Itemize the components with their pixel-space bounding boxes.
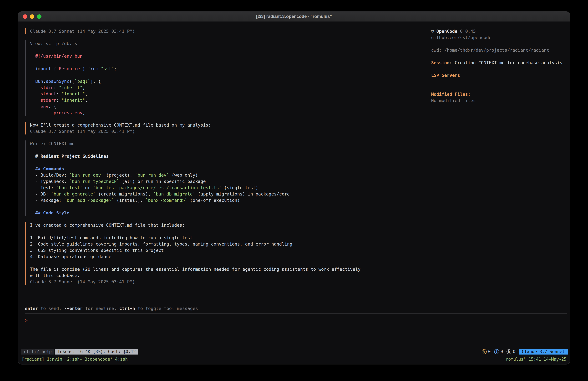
tool-call-block: View: script/db.ts#!/usr/bin/env bun imp… xyxy=(25,40,428,116)
message-content: Now I'll create a comprehensive CONTEXT.… xyxy=(30,122,428,134)
text-line: stderr: "inherit", xyxy=(35,97,428,103)
text-line: ## Code Style xyxy=(35,210,428,216)
diagnostic-warnings: W0 xyxy=(482,349,491,354)
tool-call-block: Write: CONTEXT.md# Radiant Project Guide… xyxy=(25,140,428,216)
text-line: Claude 3.7 Sonnet (14 May 2025 03:41 PM) xyxy=(30,128,428,134)
text-line: - Build/Dev: `bun run dev` (project), `b… xyxy=(35,172,428,178)
help-hint-chip: ctrl+? help xyxy=(21,349,54,355)
close-button[interactable] xyxy=(23,14,27,19)
text-line: # Radiant Project Guidelines xyxy=(35,153,428,159)
text-line: import { Resource } from "sst"; xyxy=(35,66,428,72)
text-line: - Package: `bun add <package>` (install)… xyxy=(35,197,428,203)
text-line: The file is concise (20 lines) and captu… xyxy=(30,266,428,272)
text-line: stdin: "inherit", xyxy=(35,85,428,91)
text-line: Bun.spawnSync([`psql`], { xyxy=(35,78,428,85)
prompt-input[interactable]: > xyxy=(18,314,570,348)
hint-count: 0 xyxy=(513,349,515,354)
text-line: with this codebase. xyxy=(30,272,428,279)
window-titlebar: [2/3] radiant:3:opencode - "romulus" xyxy=(18,12,570,22)
session-line: Session: Creating CONTEXT.md for codebas… xyxy=(431,60,564,66)
tmux-host-clock: "romulus" 15:41 14-May-25 xyxy=(503,357,566,362)
text-line xyxy=(35,203,428,210)
text-line: ## Commands xyxy=(35,166,428,172)
text-line xyxy=(35,72,428,78)
tool-call-title: View: script/db.ts xyxy=(30,40,428,47)
text-line xyxy=(35,59,428,66)
session-label: Session: xyxy=(431,60,452,65)
status-bar: ctrl+? help Tokens: 16.4K (8%), Cost: $0… xyxy=(18,348,570,356)
terminal-window: [2/3] radiant:3:opencode - "romulus" Cla… xyxy=(18,12,570,364)
text-line xyxy=(30,228,428,235)
text-line xyxy=(30,260,428,266)
text-line: #!/usr/bin/env bun xyxy=(35,53,428,59)
opencode-logo-icon: © xyxy=(431,29,437,34)
diagnostic-hints: h0 xyxy=(506,349,515,354)
message-content: I've created a comprehensive CONTEXT.md … xyxy=(30,222,428,285)
minimize-button[interactable] xyxy=(30,14,34,19)
assistant-message-block: Claude 3.7 Sonnet (14 May 2025 03:41 PM) xyxy=(25,28,428,34)
info-count: 0 xyxy=(501,349,503,354)
text-line: Claude 3.7 Sonnet (14 May 2025 03:41 PM) xyxy=(30,279,428,285)
keybind-help: enter to send, \+enter for newline, ctrl… xyxy=(18,304,570,313)
modified-files-label: Modified Files: xyxy=(431,91,564,97)
hint-icon: h xyxy=(506,349,511,354)
warning-count: 0 xyxy=(488,349,491,354)
text-line: - DB: `bun db generate` (create migratio… xyxy=(35,191,428,197)
main-area: Claude 3.7 Sonnet (14 May 2025 03:41 PM)… xyxy=(18,22,570,304)
text-line: I've created a comprehensive CONTEXT.md … xyxy=(30,222,428,228)
text-line: - TypeCheck: `bun run typecheck` (all) o… xyxy=(35,178,428,184)
tmux-status-bar: [radiant] 1:nvim 2:zsh- 3:opencode* 4:zs… xyxy=(18,356,570,364)
brand-line: © OpenCode 0.0.45 xyxy=(431,28,564,34)
window-title: [2/3] radiant:3:opencode - "romulus" xyxy=(256,14,332,19)
text-line: 3. CSS styling conventions specific to t… xyxy=(30,247,428,253)
chat-transcript: Claude 3.7 Sonnet (14 May 2025 03:41 PM)… xyxy=(18,22,431,304)
sidebar: © OpenCode 0.0.45 github.com/sst/opencod… xyxy=(431,22,570,304)
brand-name: OpenCode xyxy=(437,29,458,34)
assistant-message-block: I've created a comprehensive CONTEXT.md … xyxy=(25,222,428,285)
diagnostic-info: i0 xyxy=(494,349,503,354)
tool-call-title: Write: CONTEXT.md xyxy=(30,140,428,147)
traffic-lights xyxy=(23,12,42,22)
brand-version: 0.0.45 xyxy=(458,29,476,34)
repo-link: github.com/sst/opencode xyxy=(431,34,564,41)
zoom-button[interactable] xyxy=(37,14,42,19)
text-line: Claude 3.7 Sonnet (14 May 2025 03:41 PM) xyxy=(30,28,428,34)
message-content: Claude 3.7 Sonnet (14 May 2025 03:41 PM) xyxy=(30,28,428,34)
tool-call-content: # Radiant Project Guidelines ## Commands… xyxy=(30,153,428,216)
text-line: 2. Code style guidelines covering import… xyxy=(30,241,428,247)
text-line: stdout: "inherit", xyxy=(35,91,428,97)
session-title: Creating CONTEXT.md for codebase analysi… xyxy=(452,60,562,65)
prompt-caret-icon: > xyxy=(25,318,28,323)
tmux-window-list[interactable]: [radiant] 1:nvim 2:zsh- 3:opencode* 4:zs… xyxy=(22,357,128,362)
text-line xyxy=(35,159,428,166)
text-line: env: { xyxy=(35,103,428,110)
tool-call-content: #!/usr/bin/env bun import { Resource } f… xyxy=(30,53,428,116)
text-line: - Test: `bun test` or `bun test packages… xyxy=(35,184,428,191)
text-line: 1. Build/lint/test commands including ho… xyxy=(30,235,428,241)
assistant-message-block: Now I'll create a comprehensive CONTEXT.… xyxy=(25,122,428,134)
model-badge: Claude 3.7 Sonnet xyxy=(519,349,568,355)
warning-icon: W xyxy=(482,349,487,354)
text-line: ...process.env, xyxy=(35,110,428,116)
lsp-servers-label: LSP Servers xyxy=(431,72,564,78)
tokens-cost-chip: Tokens: 16.4K (8%), Cost: $0.12 xyxy=(55,349,138,355)
text-line: 4. Database operations guidance xyxy=(30,253,428,260)
info-icon: i xyxy=(494,349,499,354)
text-line: Now I'll create a comprehensive CONTEXT.… xyxy=(30,122,428,128)
status-right-group: W0 i0 h0 Claude 3.7 Sonnet xyxy=(482,349,568,355)
cwd-line: cwd: /home/thdxr/dev/projects/radiant/ra… xyxy=(431,47,564,53)
modified-files-empty: No modified files xyxy=(431,97,564,104)
